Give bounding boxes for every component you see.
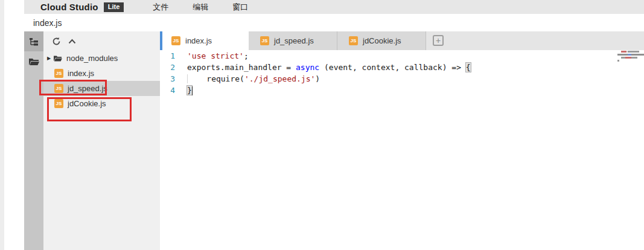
code-content: 1 'use strict'; 2 exports.main_handler =…: [160, 50, 644, 96]
refresh-button[interactable]: [51, 36, 61, 46]
tab-label: jd_speed.js: [274, 36, 314, 45]
explorer-toolbar: [43, 31, 160, 51]
lite-badge: Lite: [104, 2, 124, 12]
tree-item-label: node_modules: [66, 54, 118, 63]
code-line: 4 }: [160, 85, 644, 96]
tab-jdcookie-js[interactable]: JS jdCookie.js: [337, 31, 426, 50]
js-file-icon: JS: [260, 36, 269, 45]
minimap[interactable]: [616, 50, 644, 66]
app-logo: Cloud Studio: [40, 2, 98, 12]
tab-label: index.js: [185, 36, 212, 45]
file-explorer-panel: ▶ node_modules JS index.js JS jd_s: [43, 31, 160, 250]
editor-tab-bar: JS index.js JS jd_speed.js JS jdCookie.j…: [160, 31, 644, 50]
menu-window[interactable]: 窗口: [220, 2, 260, 13]
minimap-line: [621, 51, 639, 53]
minimap-line: [617, 54, 644, 56]
js-file-icon: JS: [54, 69, 63, 78]
code-line: 2 exports.main_handler = async (event, c…: [160, 62, 644, 73]
text-cursor: [192, 86, 193, 95]
indent-guide: [187, 74, 206, 83]
menu-bar: Cloud Studio Lite 文件 编辑 窗口: [24, 0, 644, 14]
annotation-box-jdcookie: [47, 97, 132, 121]
line-number: 2: [160, 62, 175, 73]
tab-jd-speed-js[interactable]: JS jd_speed.js: [249, 31, 337, 50]
js-file-icon: JS: [349, 36, 358, 45]
tab-index-js[interactable]: JS index.js: [160, 31, 249, 50]
tree-item-label: index.js: [68, 69, 94, 78]
tree-item-index-js[interactable]: JS index.js: [43, 66, 160, 81]
page-title: index.js: [33, 18, 62, 28]
minimap-line: [621, 57, 637, 59]
activity-bar: [24, 31, 43, 250]
tree-item-node-modules[interactable]: ▶ node_modules: [43, 51, 160, 66]
active-tab-accent: [160, 31, 162, 50]
code-line: 1 'use strict';: [160, 50, 644, 62]
expand-arrow-icon[interactable]: ▶: [47, 56, 53, 61]
title-bar: index.js: [24, 14, 644, 31]
folder-icon: [28, 57, 39, 66]
menu-file[interactable]: 文件: [141, 2, 180, 13]
activity-folder-button[interactable]: [24, 51, 43, 71]
menu-edit[interactable]: 编辑: [180, 2, 220, 13]
left-gutter-strip: [0, 0, 4, 250]
line-number: 1: [160, 50, 175, 62]
collapse-all-button[interactable]: [67, 36, 77, 46]
code-editor[interactable]: 1 'use strict'; 2 exports.main_handler =…: [160, 50, 644, 250]
screen: Cloud Studio Lite 文件 编辑 窗口 index.js: [0, 0, 644, 250]
minimap-line: [617, 60, 619, 62]
line-number: 4: [160, 85, 175, 96]
annotation-box-jd-speed: [39, 80, 107, 95]
code-line: 3 require('./jd_speed.js'): [160, 73, 644, 85]
matched-bracket: }: [187, 86, 192, 95]
matched-bracket: {: [466, 63, 471, 72]
folder-icon: [53, 54, 62, 62]
menu-items: 文件 编辑 窗口: [141, 2, 260, 13]
tab-label: jdCookie.js: [363, 36, 401, 45]
cloud-studio-window: Cloud Studio Lite 文件 编辑 窗口 index.js: [24, 0, 644, 250]
list-tree-icon: [28, 36, 39, 47]
js-file-icon: JS: [171, 36, 180, 45]
new-tab-button[interactable]: +: [433, 35, 444, 46]
line-number: 3: [160, 73, 175, 85]
activity-explorer-button[interactable]: [24, 31, 43, 51]
